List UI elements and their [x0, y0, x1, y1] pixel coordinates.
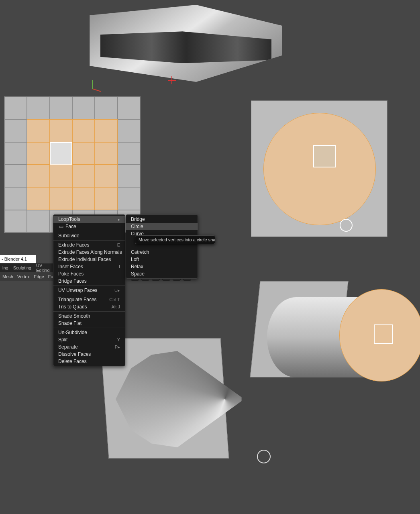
mode-tab-vertex[interactable]: Vertex [17, 274, 30, 279]
menu-item[interactable]: Extrude Faces Along Normals [53, 249, 125, 256]
axis-gizmo [80, 76, 104, 100]
mode-tab-edge[interactable]: Edge [34, 274, 44, 279]
submenu-item[interactable]: Circle [126, 223, 198, 230]
submenu-item[interactable]: Gstretch [126, 249, 198, 256]
menu-item[interactable]: Tris to QuadsAlt J [53, 303, 125, 310]
submenu-item[interactable]: Loft [126, 256, 198, 263]
viewport-plane-right [251, 100, 387, 237]
tooltip-circle: Move selected vertices into a circle sha… [135, 235, 215, 244]
brush-cursor [340, 219, 353, 232]
window-title: - Blender 4.1 [0, 255, 36, 263]
workspace-tabs[interactable]: ing Sculpting UV Editing [0, 263, 54, 272]
menu-item[interactable]: LoopTools▸ [53, 216, 125, 223]
menu-item[interactable]: Extrude FacesE [53, 241, 125, 249]
menu-item[interactable]: SeparateP▸ [53, 343, 125, 351]
workspace-tab[interactable]: ing [2, 265, 8, 270]
workspace-tab[interactable]: UV Editing [36, 263, 52, 273]
looptools-submenu[interactable]: BridgeCircleCurveGstretchLoftRelaxSpace [126, 214, 198, 279]
menu-item[interactable]: Shade Smooth [53, 312, 125, 320]
menu-item[interactable]: Extrude Individual Faces [53, 256, 125, 263]
brush-cursor-2 [257, 450, 271, 463]
edit-mode-tabs[interactable]: Mesh Vertex Edge Fac [0, 272, 54, 281]
menu-item[interactable]: Poke Faces [53, 270, 125, 277]
menu-item[interactable]: Inset FacesI [53, 263, 125, 270]
submenu-item[interactable]: Bridge [126, 216, 198, 223]
menu-item[interactable]: Subdivide [53, 232, 125, 239]
menu-item[interactable]: Un-Subdivide [53, 329, 125, 336]
workspace-tab[interactable]: Sculpting [13, 265, 31, 270]
menu-item[interactable]: Dissolve Faces [53, 351, 125, 358]
viewport-model-top [84, 3, 288, 84]
menu-item[interactable]: SplitY [53, 336, 125, 343]
menu-item[interactable]: Bridge Faces [53, 277, 125, 285]
menu-item[interactable]: UV Unwrap FacesU▸ [53, 287, 125, 294]
submenu-item[interactable]: Relax [126, 263, 198, 270]
face-context-menu[interactable]: LoopTools▸▭FaceSubdivideExtrude FacesEEx… [53, 214, 125, 366]
submenu-item[interactable]: Space [126, 270, 198, 277]
menu-item[interactable]: ▭Face [53, 223, 125, 230]
viewport-spike [104, 338, 245, 475]
mode-tab-mesh[interactable]: Mesh [2, 274, 13, 279]
menu-item[interactable]: Delete Faces [53, 358, 125, 365]
menu-item[interactable]: Shade Flat [53, 320, 125, 327]
viewport-cylinder [247, 281, 408, 402]
3d-cursor [170, 79, 173, 82]
viewport-plane-left [4, 96, 141, 233]
menu-item[interactable]: Triangulate FacesCtrl T [53, 296, 125, 303]
